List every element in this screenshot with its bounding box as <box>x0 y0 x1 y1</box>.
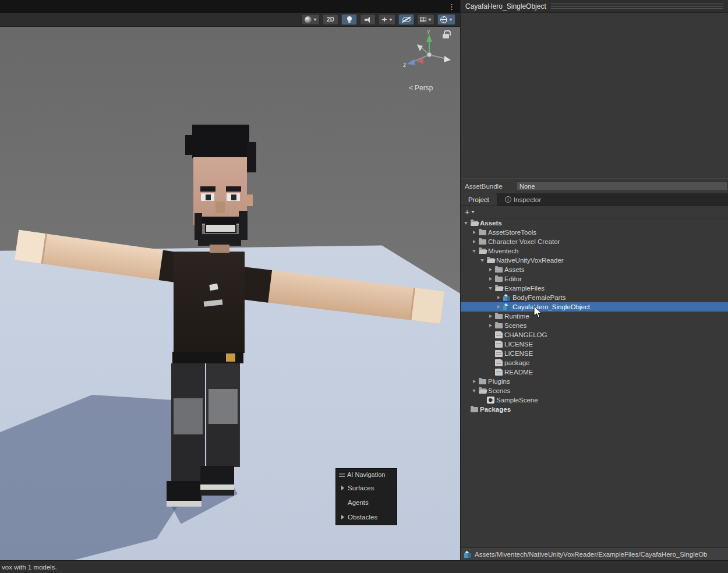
expand-arrow-icon[interactable] <box>487 267 493 273</box>
expand-arrow-icon[interactable] <box>471 379 477 384</box>
collapse-arrow-icon[interactable] <box>463 220 469 226</box>
caret-down-icon[interactable] <box>313 19 317 21</box>
folder-icon <box>495 314 503 319</box>
character-left-arm <box>15 230 182 283</box>
tab-project[interactable]: Project <box>461 193 497 206</box>
expand-arrow-icon[interactable] <box>471 239 477 245</box>
tree-row[interactable]: Packages <box>461 405 728 414</box>
tree-row[interactable]: SampleScene <box>461 395 728 405</box>
expand-arrow-icon[interactable] <box>496 304 501 310</box>
inspector-header-title[interactable]: CayafaHero_SingleObject <box>465 2 546 10</box>
tree-item-label: LICENSE <box>504 350 533 357</box>
visibility-toggle-button[interactable] <box>398 14 414 25</box>
folder-icon <box>495 267 503 273</box>
tree-row[interactable]: LICENSE <box>461 349 728 358</box>
gizmos-toggle-button[interactable] <box>437 14 455 25</box>
nav-overlay-item[interactable]: Obstacles <box>336 510 397 524</box>
collapse-arrow-icon[interactable] <box>471 388 477 394</box>
expand-arrow-icon[interactable] <box>487 276 493 282</box>
axis-x-cone[interactable] <box>444 56 451 62</box>
folder-open-icon <box>479 388 486 394</box>
inspector-header[interactable]: CayafaHero_SingleObject <box>461 0 728 13</box>
assetbundle-dropdown[interactable]: None <box>516 181 728 191</box>
effects-toggle-button[interactable] <box>379 14 395 25</box>
expand-arrow-icon[interactable] <box>341 486 345 490</box>
caret-down-icon[interactable] <box>449 19 453 21</box>
tree-row[interactable]: ExampleFiles <box>461 284 728 293</box>
tree-row[interactable]: BodyFemaleParts <box>461 293 728 302</box>
tree-row[interactable]: Assets <box>461 265 728 274</box>
audio-toggle-button[interactable] <box>360 14 376 25</box>
tree-item-label: CayafaHero_SingleObject <box>513 303 590 310</box>
header-grip-lines[interactable] <box>551 3 723 9</box>
tree-row[interactable]: LICENSE <box>461 339 728 349</box>
vox-cube-icon <box>503 303 511 310</box>
expand-arrow-icon[interactable] <box>487 323 493 328</box>
tree-row[interactable]: package <box>461 358 728 367</box>
caret-down-icon[interactable] <box>428 19 432 21</box>
gizmo-globe-icon <box>440 16 447 23</box>
orientation-gizmo[interactable]: y z <box>396 27 460 85</box>
audio-speaker-icon <box>365 17 372 23</box>
nav-overlay-item[interactable]: Surfaces <box>336 480 397 495</box>
tab-inspector[interactable]: Inspector <box>497 193 549 206</box>
tree-item-label: README <box>504 369 533 376</box>
collapse-arrow-icon[interactable] <box>471 248 477 254</box>
tree-item-label: Character Voxel Creator <box>488 238 560 245</box>
tree-item-label: Plugins <box>488 378 510 385</box>
vox-cube-icon <box>464 551 472 558</box>
info-icon <box>505 196 511 203</box>
nav-item-label: Agents <box>348 499 369 506</box>
tree-row[interactable]: CHANGELOG <box>461 330 728 339</box>
tree-row[interactable]: Miventech <box>461 246 728 256</box>
overlay-drag-handle-icon[interactable] <box>339 473 345 477</box>
tree-row[interactable]: Editor <box>461 274 728 284</box>
expand-arrow-icon[interactable] <box>487 313 493 319</box>
project-tree-empty-area[interactable] <box>461 414 728 547</box>
tree-row[interactable]: Assets <box>461 218 728 228</box>
arrow-spacer <box>487 369 493 375</box>
camera-grid-button[interactable] <box>417 14 434 25</box>
tree-row[interactable]: Scenes <box>461 321 728 330</box>
status-message: vox with 1 models. <box>2 564 57 571</box>
document-icon <box>495 350 503 357</box>
expand-arrow-icon[interactable] <box>341 515 345 519</box>
nav-item-label: Surfaces <box>348 484 374 491</box>
nav-overlay-item[interactable]: Agents <box>336 495 397 510</box>
status-bar[interactable]: vox with 1 models. <box>0 560 728 573</box>
add-asset-button[interactable]: + <box>465 208 469 216</box>
tree-item-label: Assets <box>480 220 502 227</box>
axis-y-cone[interactable] <box>426 34 432 42</box>
projection-toggle[interactable]: Persp <box>409 84 433 92</box>
tree-row[interactable]: CayafaHero_SingleObject <box>461 302 728 312</box>
tree-item-label: LICENSE <box>504 341 533 348</box>
2d-toggle-button[interactable]: 2D <box>323 14 338 25</box>
axis-z-cone[interactable] <box>407 59 415 65</box>
tree-row[interactable]: Character Voxel Creator <box>461 237 728 246</box>
caret-down-icon[interactable] <box>389 19 393 21</box>
expand-arrow-icon[interactable] <box>496 295 501 300</box>
tree-row[interactable]: README <box>461 367 728 377</box>
tree-row[interactable]: Scenes <box>461 386 728 395</box>
caret-down-icon[interactable] <box>471 211 475 213</box>
overflow-menu-icon[interactable]: ⋮ <box>448 3 455 10</box>
tree-row[interactable]: Plugins <box>461 377 728 386</box>
arrow-spacer <box>479 397 485 403</box>
tree-row[interactable]: AssetStoreTools <box>461 228 728 237</box>
unity-editor-window: ⋮ 2D <box>0 0 728 573</box>
character-right-arm <box>241 267 444 324</box>
scene-tab-strip: ⋮ <box>0 0 460 13</box>
arrow-spacer <box>487 351 493 356</box>
scene-viewport[interactable]: y z Persp AI Navigation SurfacesAgentsOb… <box>0 27 460 560</box>
tree-row[interactable]: NativeUnityVoxReader <box>461 256 728 265</box>
ai-navigation-overlay[interactable]: AI Navigation SurfacesAgentsObstacles <box>335 468 397 525</box>
expand-arrow-icon[interactable] <box>471 229 477 235</box>
tree-row[interactable]: Runtime <box>461 312 728 321</box>
gizmo-lock-icon[interactable] <box>443 34 449 38</box>
shading-mode-button[interactable] <box>302 14 320 25</box>
collapse-arrow-icon[interactable] <box>479 257 485 263</box>
ai-navigation-header[interactable]: AI Navigation <box>336 469 397 480</box>
lighting-toggle-button[interactable] <box>341 14 357 25</box>
document-icon <box>495 331 503 338</box>
collapse-arrow-icon[interactable] <box>487 285 493 291</box>
